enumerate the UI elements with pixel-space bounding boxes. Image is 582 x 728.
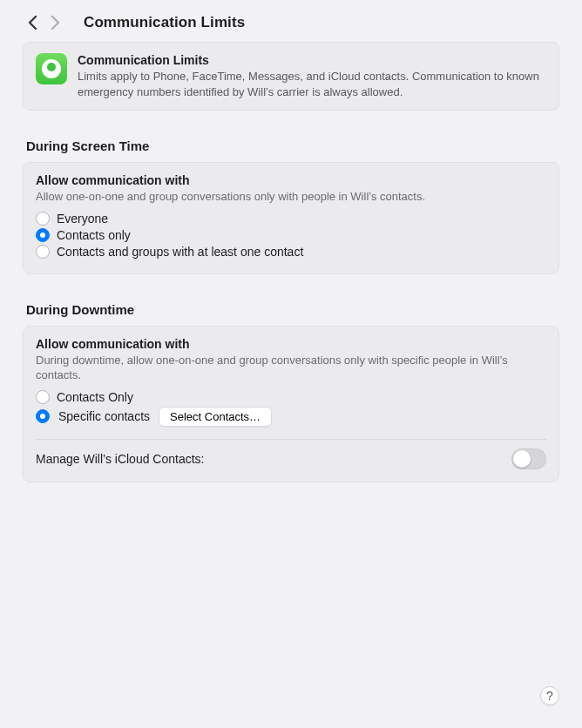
radio-icon (36, 228, 50, 242)
radio-icon (36, 390, 50, 404)
radio-icon (36, 245, 50, 259)
downtime-group-title: Allow communication with (36, 337, 546, 351)
radio-label: Contacts and groups with at least one co… (57, 245, 303, 259)
radio-icon (36, 409, 50, 423)
radio-icon (36, 212, 50, 226)
nav-bar: Communication Limits (0, 0, 582, 42)
forward-button (47, 12, 63, 33)
toggle-knob-icon (513, 450, 531, 468)
radio-downtime-contacts-only[interactable]: Contacts Only (36, 390, 546, 404)
downtime-card: Allow communication with During downtime… (23, 326, 559, 482)
chevron-left-icon (28, 15, 37, 30)
screen-time-group-desc: Allow one-on-one and group conversations… (36, 189, 546, 205)
radio-label: Everyone (57, 212, 108, 226)
screen-time-card: Allow communication with Allow one-on-on… (23, 162, 559, 274)
chevron-right-icon (51, 15, 60, 30)
help-button[interactable]: ? (540, 686, 559, 705)
intro-text: Communication Limits Limits apply to Pho… (78, 53, 546, 99)
manage-icloud-toggle[interactable] (511, 448, 546, 469)
section-heading-screen-time: During Screen Time (26, 138, 559, 153)
intro-body: Limits apply to Phone, FaceTime, Message… (78, 69, 546, 99)
select-contacts-button[interactable]: Select Contacts… (159, 407, 272, 427)
screen-time-group-title: Allow communication with (36, 173, 546, 187)
radio-downtime-specific-contacts[interactable]: Specific contacts Select Contacts… (36, 407, 546, 427)
radio-everyone[interactable]: Everyone (36, 212, 546, 226)
page-title: Communication Limits (84, 14, 245, 31)
intro-heading: Communication Limits (78, 53, 546, 67)
radio-label: Contacts Only (57, 390, 133, 404)
radio-contacts-groups[interactable]: Contacts and groups with at least one co… (36, 245, 546, 259)
radio-label: Contacts only (57, 228, 131, 242)
section-heading-downtime: During Downtime (26, 302, 559, 317)
radio-label: Specific contacts (58, 409, 150, 423)
radio-contacts-only[interactable]: Contacts only (36, 228, 546, 242)
manage-icloud-row: Manage Will’s iCloud Contacts: (36, 448, 546, 469)
downtime-group-desc: During downtime, allow one-on-one and gr… (36, 353, 546, 383)
help-icon: ? (546, 689, 553, 703)
back-button[interactable] (24, 12, 40, 33)
content-area: Communication Limits Limits apply to Pho… (0, 42, 582, 500)
communication-limits-icon (36, 53, 67, 84)
intro-card: Communication Limits Limits apply to Pho… (23, 42, 559, 111)
divider (36, 439, 546, 440)
manage-icloud-label: Manage Will’s iCloud Contacts: (36, 452, 205, 466)
